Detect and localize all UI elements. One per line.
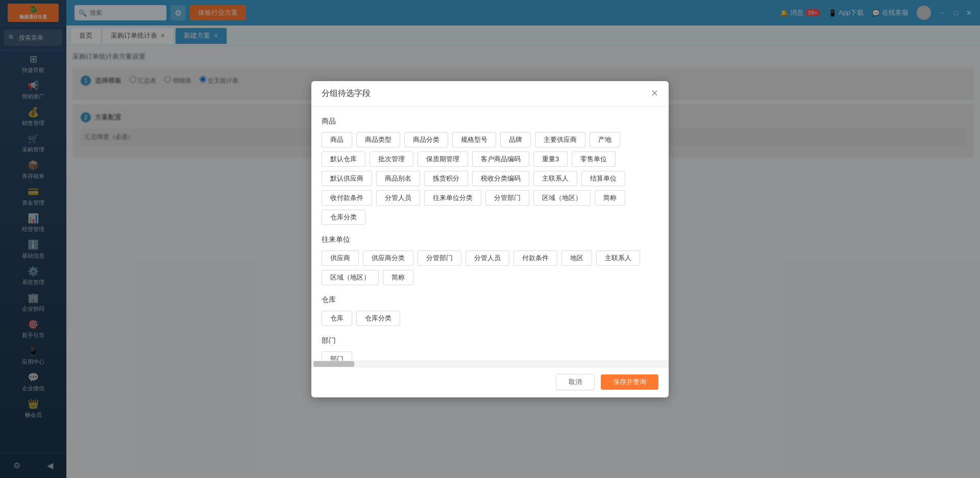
field-tag[interactable]: 重量3 [533, 152, 568, 167]
field-tag[interactable]: 客户商品编码 [472, 152, 529, 167]
field-tag[interactable]: 默认供应商 [322, 171, 372, 186]
field-tag[interactable]: 产地 [590, 132, 620, 147]
field-tag[interactable]: 供应商分类 [363, 250, 413, 266]
section-title-partner: 往来单位 [322, 235, 658, 244]
field-section-department: 部门 部门 [322, 336, 658, 361]
field-tag[interactable]: 商品分类 [404, 132, 448, 147]
field-tags-warehouse: 仓库 仓库分类 [322, 311, 658, 326]
confirm-button[interactable]: 保存并查询 [601, 374, 658, 390]
field-tag[interactable]: 付款条件 [513, 250, 557, 266]
field-tag[interactable]: 拣货积分 [424, 171, 468, 186]
field-tag[interactable]: 仓库分类 [356, 311, 400, 326]
section-title-product: 商品 [322, 117, 658, 126]
field-tag[interactable]: 零售单位 [572, 152, 616, 167]
field-tag[interactable]: 商品别名 [376, 171, 420, 186]
modal-header: 分组待选字段 ✕ [311, 81, 669, 107]
field-tag[interactable]: 批次管理 [370, 152, 413, 167]
field-section-product: 商品 商品 商品类型 商品分类 规格型号 品牌 主要供应商 产地 默认仓库 批次… [322, 117, 658, 225]
modal-body[interactable]: 商品 商品 商品类型 商品分类 规格型号 品牌 主要供应商 产地 默认仓库 批次… [311, 107, 669, 361]
field-tags-department: 部门 [322, 351, 658, 361]
modal-overlay: 分组待选字段 ✕ 商品 商品 商品类型 商品分类 规格型号 品牌 主要供应商 产… [0, 0, 980, 478]
modal-close-btn[interactable]: ✕ [651, 88, 658, 99]
field-tag[interactable]: 简称 [595, 190, 625, 206]
modal-dialog: 分组待选字段 ✕ 商品 商品 商品类型 商品分类 规格型号 品牌 主要供应商 产… [311, 81, 669, 397]
field-tag[interactable]: 主联系人 [533, 171, 577, 186]
field-tag[interactable]: 供应商 [322, 250, 359, 266]
field-tag[interactable]: 区域（地区） [322, 270, 379, 285]
field-tag[interactable]: 简称 [383, 270, 413, 285]
field-tags-product: 商品 商品类型 商品分类 规格型号 品牌 主要供应商 产地 默认仓库 批次管理 … [322, 132, 658, 225]
field-tag[interactable]: 规格型号 [452, 132, 496, 147]
section-title-department: 部门 [322, 336, 658, 345]
field-tag[interactable]: 分管人员 [376, 190, 420, 206]
field-tag[interactable]: 主要供应商 [535, 132, 585, 147]
field-tag[interactable]: 分管部门 [485, 190, 529, 206]
cancel-button[interactable]: 取消 [556, 374, 595, 390]
field-tag[interactable]: 商品 [322, 132, 352, 147]
field-tag[interactable]: 结算单位 [581, 171, 625, 186]
modal-horizontal-scrollbar[interactable] [311, 361, 669, 367]
field-tag[interactable]: 品牌 [500, 132, 531, 147]
field-tag[interactable]: 区域（地区） [533, 190, 591, 206]
field-tags-partner: 供应商 供应商分类 分管部门 分管人员 付款条件 地区 主联系人 区域（地区） … [322, 250, 658, 285]
field-section-partner: 往来单位 供应商 供应商分类 分管部门 分管人员 付款条件 地区 主联系人 区域… [322, 235, 658, 285]
field-tag[interactable]: 默认仓库 [322, 152, 365, 167]
field-tag[interactable]: 部门 [322, 351, 352, 361]
field-tag[interactable]: 主联系人 [596, 250, 640, 266]
modal-footer: 取消 保存并查询 [311, 367, 669, 397]
field-section-warehouse: 仓库 仓库 仓库分类 [322, 295, 658, 326]
field-tag[interactable]: 商品类型 [356, 132, 400, 147]
field-tag[interactable]: 收付款条件 [322, 190, 372, 206]
field-tag[interactable]: 往来单位分类 [424, 190, 481, 206]
field-tag[interactable]: 税收分类编码 [472, 171, 529, 186]
field-tag[interactable]: 地区 [561, 250, 592, 266]
field-tag[interactable]: 仓库分类 [322, 210, 365, 225]
section-title-warehouse: 仓库 [322, 295, 658, 305]
field-tag[interactable]: 保质期管理 [418, 152, 468, 167]
field-tag[interactable]: 分管人员 [465, 250, 509, 266]
modal-title: 分组待选字段 [322, 88, 371, 99]
field-tag[interactable]: 分管部门 [418, 250, 461, 266]
field-tag[interactable]: 仓库 [322, 311, 352, 326]
